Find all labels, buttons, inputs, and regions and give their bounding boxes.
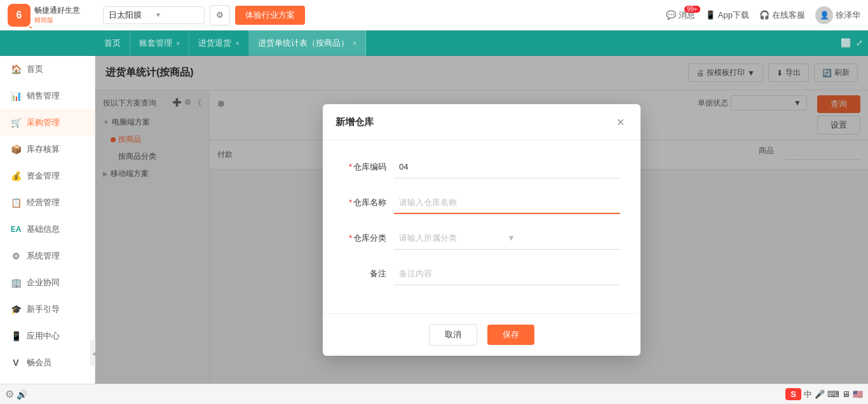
purchase-icon: 🛒 [10,117,22,128]
tab-purchase-stats-close[interactable]: × [353,39,356,47]
sidebar: 🏠 首页 📊 销售管理 🛒 采购管理 📦 库存核算 💰 资金管理 📋 经营管理 … [0,56,95,404]
content-area: 进货单统计(按商品) 🖨 按模板打印 ▼ ⬇ 导出 🔄 刷新 [95,56,868,404]
warehouse-code-input[interactable] [394,156,620,178]
logo-text-block: 畅捷通好生意 精简版 [34,5,80,25]
note-input[interactable] [394,262,620,285]
store-selector[interactable]: 日太阳膜 ▼ [103,6,205,24]
tab-purchase-stats-label: 进货单统计表（按商品） [258,37,349,49]
bottom-left-gear[interactable]: ⚙ 🔊 [5,388,27,400]
messages-button[interactable]: 💬 消息 99+ [666,10,695,21]
tab-fullscreen-icon[interactable]: ⤢ [856,38,863,48]
tab-purchase-return-close[interactable]: × [235,39,239,47]
note-label: 备注 [343,268,394,279]
dialog-title: 新增仓库 [336,116,374,128]
sidebar-collapse-button[interactable]: ◀ [90,340,95,366]
tab-account-label: 账套管理 [139,37,172,49]
tab-home[interactable]: 首页 [95,30,130,56]
system-icon: ⚙ [10,250,22,262]
sidebar-item-system[interactable]: ⚙ 系统管理 [0,243,95,269]
logo-sub: 精简版 [34,16,80,25]
sidebar-item-guide[interactable]: 🎓 新手引导 [0,296,95,323]
sidebar-basic-info-label: 基础信息 [27,224,60,235]
keyboard-icon[interactable]: ⌨ [827,389,839,399]
store-dropdown-arrow: ▼ [155,11,199,18]
dialog-footer: 取消 保存 [323,313,641,356]
inventory-icon: 📦 [10,144,22,155]
header-right: 💬 消息 99+ 📱 App下载 🎧 在线客服 👤 徐泽华 [666,6,860,24]
gear-icon: ⚙ [216,10,224,20]
sidebar-item-purchase[interactable]: 🛒 采购管理 [0,109,95,136]
finance-icon: 💰 [10,170,22,182]
microphone-icon[interactable]: 🎤 [815,389,825,399]
app-download-button[interactable]: 📱 App下载 [705,10,749,21]
sidebar-inventory-label: 库存核算 [27,144,60,155]
form-row-code: 仓库编码 [343,156,620,178]
notification-badge: 99+ [684,6,700,13]
sidebar-vip-label: 畅会员 [27,357,51,368]
mobile-icon: 📱 [705,10,715,20]
sidebar-item-home[interactable]: 🏠 首页 [0,56,95,83]
warehouse-name-label: 仓库名称 [343,197,394,208]
sidebar-item-enterprise[interactable]: 🏢 企业协同 [0,269,95,296]
message-icon: 💬 [666,10,676,20]
warehouse-category-label: 仓库分类 [343,232,394,244]
sidebar-item-vip[interactable]: V 畅会员 [0,349,95,376]
username: 徐泽华 [836,10,860,21]
sales-icon: 📊 [10,90,22,102]
sogou-s-icon[interactable]: S [785,388,801,400]
logo-icon: 6 [8,4,31,27]
sidebar-item-operation[interactable]: 📋 经营管理 [0,189,95,216]
tab-bar: 首页 账套管理 × 进货退货 × 进货单统计表（按商品） × ⬜ ⤢ [0,30,868,56]
logo-area: 6 畅捷通好生意 精简版 [8,4,103,27]
form-row-note: 备注 [343,262,620,285]
tab-account-close[interactable]: × [176,39,180,47]
cancel-button[interactable]: 取消 [429,324,477,346]
operation-icon: 📋 [10,197,22,208]
warehouse-category-placeholder: 请输入所属分类 [399,232,507,244]
monitor-icon[interactable]: 🖥 [842,389,850,399]
enterprise-icon: 🏢 [10,277,22,288]
tab-restore-icon[interactable]: ⬜ [841,38,851,48]
online-service-button[interactable]: 🎧 在线客服 [759,10,805,21]
dialog-body: 仓库编码 仓库名称 仓库分类 请输入所属分类 ▼ [323,140,641,313]
sidebar-finance-label: 资金管理 [27,170,60,182]
trial-button[interactable]: 体验行业方案 [235,6,305,25]
tab-home-label: 首页 [104,37,121,49]
sidebar-item-finance[interactable]: 💰 资金管理 [0,163,95,189]
sidebar-enterprise-label: 企业协同 [27,277,60,288]
settings-gear-button[interactable]: ⚙ [210,5,230,25]
tab-account[interactable]: 账套管理 × [130,30,189,56]
sidebar-item-inventory[interactable]: 📦 库存核算 [0,136,95,163]
tab-purchase-stats[interactable]: 进货单统计表（按商品） × [249,30,366,56]
vip-icon: V [10,357,22,368]
app-download-label: App下载 [718,10,749,21]
sidebar-item-apps[interactable]: 📱 应用中心 [0,323,95,349]
bottom-status-bar: ⚙ 🔊 S 中 🎤 ⌨ 🖥 🇺🇸 [0,384,868,404]
guide-icon: 🎓 [10,304,22,315]
sidebar-operation-label: 经营管理 [27,197,60,208]
sidebar-item-basic-info[interactable]: EA 基础信息 [0,216,95,243]
modal-overlay: 新增仓库 ✕ 仓库编码 仓库名称 [95,56,868,404]
sidebar-guide-label: 新手引导 [27,304,60,315]
tab-controls: ⬜ ⤢ [841,38,868,48]
basic-info-icon: EA [10,224,22,235]
user-profile-button[interactable]: 👤 徐泽华 [815,6,860,24]
warehouse-category-select[interactable]: 请输入所属分类 ▼ [394,227,620,250]
avatar: 👤 [815,6,833,24]
sidebar-item-sales[interactable]: 📊 销售管理 [0,83,95,109]
tab-purchase-return-label: 进货退货 [198,37,231,49]
dialog-close-button[interactable]: ✕ [613,114,628,130]
warehouse-code-label: 仓库编码 [343,161,394,173]
store-name: 日太阳膜 [109,10,153,21]
chinese-input-label[interactable]: 中 [804,389,812,400]
form-row-name: 仓库名称 [343,191,620,214]
sidebar-apps-label: 应用中心 [27,330,60,342]
online-service-label: 在线客服 [772,10,805,21]
dialog-header: 新增仓库 ✕ [323,104,641,140]
logo-badge [29,27,32,28]
save-button[interactable]: 保存 [487,325,534,345]
warehouse-name-input[interactable] [394,191,620,214]
tab-purchase-return[interactable]: 进货退货 × [189,30,248,56]
flag-icon[interactable]: 🇺🇸 [853,389,863,399]
headset-icon: 🎧 [759,10,770,20]
